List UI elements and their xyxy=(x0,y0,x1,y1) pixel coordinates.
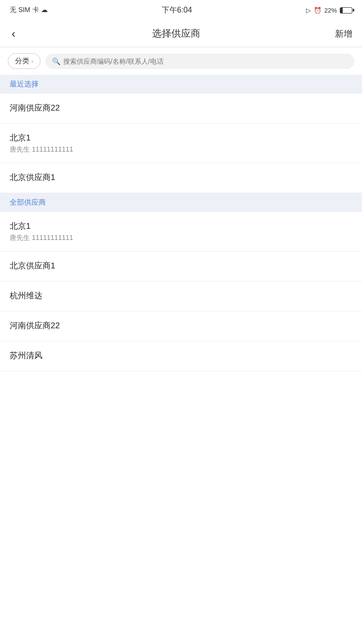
add-button[interactable]: 新增 xyxy=(335,28,352,40)
sim-status: 无 SIM 卡 ☁ xyxy=(10,6,48,14)
recent-section-header: 最近选择 xyxy=(0,75,362,94)
item-name: 河南供应商22 xyxy=(10,320,352,331)
item-name: 北京供应商1 xyxy=(10,260,352,271)
list-item[interactable]: 杭州维达 xyxy=(0,281,362,311)
all-section-header: 全部供应商 xyxy=(0,193,362,212)
status-left: 无 SIM 卡 ☁ xyxy=(10,6,48,14)
item-name: 苏州清风 xyxy=(10,350,352,361)
list-item[interactable]: 河南供应商22 xyxy=(0,94,362,124)
status-right: ▷ ⏰ 22% xyxy=(306,7,352,14)
recent-items-list: 河南供应商22北京1唐先生 11111111111北京供应商1 xyxy=(0,94,362,193)
category-button[interactable]: 分类 › xyxy=(8,53,41,69)
list-item[interactable]: 北京1唐先生 11111111111 xyxy=(0,124,362,163)
search-icon: 🔍 xyxy=(52,57,60,65)
item-name: 杭州维达 xyxy=(10,290,352,301)
page-title: 选择供应商 xyxy=(152,27,200,40)
nav-bar: ‹ 选择供应商 新增 xyxy=(0,20,362,47)
location-icon: ▷ xyxy=(306,7,311,14)
item-sub: 唐先生 11111111111 xyxy=(10,234,352,242)
list-item[interactable]: 苏州清风 xyxy=(0,341,362,371)
battery-percent: 22% xyxy=(324,7,337,14)
item-name: 北京1 xyxy=(10,221,352,232)
list-item[interactable]: 北京1唐先生 11111111111 xyxy=(0,212,362,252)
category-label: 分类 xyxy=(15,56,29,66)
alarm-icon: ⏰ xyxy=(314,7,321,14)
status-time: 下午6:04 xyxy=(162,5,192,15)
item-name: 北京1 xyxy=(10,132,352,143)
item-name: 河南供应商22 xyxy=(10,102,352,113)
list-item[interactable]: 北京供应商1 xyxy=(0,163,362,193)
status-bar: 无 SIM 卡 ☁ 下午6:04 ▷ ⏰ 22% xyxy=(0,0,362,20)
filter-bar: 分类 › 🔍 xyxy=(0,47,362,75)
all-items-list: 北京1唐先生 11111111111北京供应商1杭州维达河南供应商22苏州清风 xyxy=(0,212,362,371)
back-button[interactable]: ‹ xyxy=(10,23,17,44)
list-item[interactable]: 河南供应商22 xyxy=(0,311,362,341)
battery-fill xyxy=(340,8,343,13)
search-bar[interactable]: 🔍 xyxy=(45,54,354,69)
battery-icon xyxy=(340,7,352,14)
item-name: 北京供应商1 xyxy=(10,172,352,183)
list-item[interactable]: 北京供应商1 xyxy=(0,252,362,281)
search-input[interactable] xyxy=(63,57,348,65)
chevron-right-icon: › xyxy=(31,58,33,65)
item-sub: 唐先生 11111111111 xyxy=(10,145,352,154)
